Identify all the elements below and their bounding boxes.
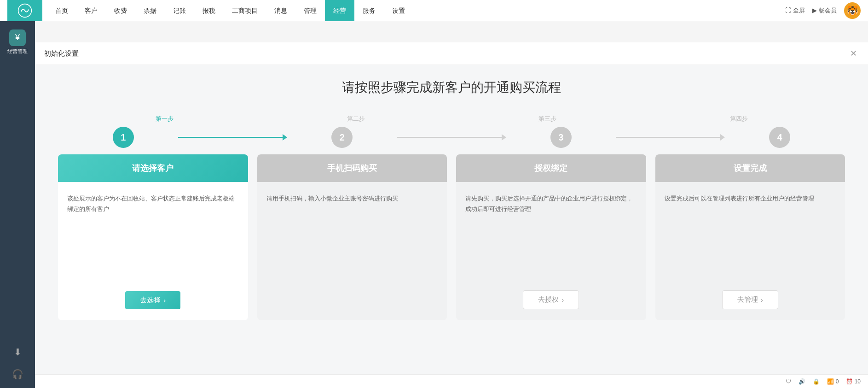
card2-header: 手机扫码购买	[257, 154, 447, 182]
sidebar-item-label: 经营管理	[7, 48, 28, 55]
chevron-right-icon-3: ›	[761, 296, 763, 304]
fullscreen-icon: ⛶	[785, 7, 791, 14]
nav-account[interactable]: 记账	[165, 0, 194, 21]
time-icon: ⏰ 10	[846, 378, 861, 385]
card-2: 手机扫码购买 请用手机扫码，输入小微企业主账号密码进行购买	[257, 154, 447, 320]
nav-message[interactable]: 消息	[266, 0, 295, 21]
nav-settings[interactable]: 设置	[384, 0, 413, 21]
card4-header: 设置完成	[655, 154, 845, 182]
card-4: 设置完成 设置完成后可以在管理列表进行所有企业用户的经营管理 去管理 ›	[655, 154, 845, 320]
shield-icon: 🛡	[786, 378, 791, 385]
volume-icon: 🔊	[799, 378, 805, 385]
top-nav: 首页 客户 收费 票据 记账 报税 工商项目 消息 管理 经营 服务 设置 ⛶ …	[0, 0, 868, 21]
step4-circle: 4	[769, 127, 790, 148]
sidebar-item-operation[interactable]: ¥ 经营管理	[0, 26, 35, 58]
card-1: 请选择客户 该处展示的客户为不在回收站、客户状态正常建账后完成老板端绑定的所有客…	[58, 154, 248, 320]
step-labels-row: 第一步 第二步 第三步 第四步	[58, 115, 845, 123]
status-bar: 完成 🛡 🔊 🔒 📶 0 ⏰ 10	[0, 374, 868, 388]
goto-select-button[interactable]: 去选择 ›	[125, 291, 180, 309]
goto-manage-button[interactable]: 去管理 ›	[722, 290, 778, 309]
step2-node: 2	[287, 127, 397, 148]
step4-label-area: 第四步	[643, 115, 834, 123]
step1-circle: 1	[113, 127, 134, 148]
step1-label-area: 第一步	[69, 115, 260, 123]
status-bar-right: 🛡 🔊 🔒 📶 0 ⏰ 10	[786, 378, 861, 385]
sidebar: ¥ 经营管理 ⬇ 🎧	[0, 21, 35, 388]
card1-body: 该处展示的客户为不在回收站、客户状态正常建账后完成老板端绑定的所有客户	[58, 182, 248, 284]
step4-label: 第四步	[730, 115, 748, 123]
card3-body: 请先购买，购买后选择开通的产品中的企业用户进行授权绑定，成功后即可进行经营管理	[456, 182, 646, 283]
step1-label: 第一步	[156, 115, 174, 123]
download-icon[interactable]: ⬇	[8, 343, 27, 361]
nav-items: 首页 客户 收费 票据 记账 报税 工商项目 消息 管理 经营 服务 设置	[47, 0, 785, 21]
card2-body: 请用手机扫码，输入小微企业主账号密码进行购买	[257, 182, 447, 302]
nav-home[interactable]: 首页	[47, 0, 76, 21]
card4-footer: 去管理 ›	[655, 283, 845, 320]
main-area: 初始化设置 ✕ 请按照步骤完成新客户的开通购买流程 第一步 第二步 第三步 第四…	[35, 42, 868, 388]
content-area: 请按照步骤完成新客户的开通购买流程 第一步 第二步 第三步 第四步	[35, 65, 868, 334]
card1-footer: 去选择 ›	[58, 284, 248, 320]
step3-label-area: 第三步	[451, 115, 643, 123]
nav-tax[interactable]: 报税	[194, 0, 224, 21]
nav-ticket[interactable]: 票据	[135, 0, 165, 21]
step3-label: 第三步	[538, 115, 556, 123]
step1-node: 1	[69, 127, 178, 148]
headset-icon[interactable]: 🎧	[8, 365, 27, 383]
line1	[178, 134, 288, 141]
fullscreen-btn[interactable]: ⛶ 全屏	[785, 6, 805, 15]
lock-icon: 🔒	[813, 378, 820, 385]
card4-body: 设置完成后可以在管理列表进行所有企业用户的经营管理	[655, 182, 845, 283]
avatar[interactable]: 🐯	[844, 2, 861, 19]
nav-operation[interactable]: 经营	[325, 0, 354, 21]
nav-right: ⛶ 全屏 ▶ 畅会员 🐯	[785, 2, 861, 19]
page-header: 初始化设置 ✕	[35, 42, 868, 65]
line2	[397, 134, 506, 141]
step2-label: 第二步	[347, 115, 365, 123]
card2-footer	[257, 302, 447, 320]
nav-business[interactable]: 工商项目	[224, 0, 266, 21]
nav-customer[interactable]: 客户	[76, 0, 106, 21]
nav-service[interactable]: 服务	[354, 0, 384, 21]
member-icon: ▶	[812, 7, 817, 14]
step2-circle: 2	[331, 127, 353, 148]
cards-row: 请选择客户 该处展示的客户为不在回收站、客户状态正常建账后完成老板端绑定的所有客…	[58, 154, 845, 320]
step2-label-area: 第二步	[260, 115, 451, 123]
operation-icon: ¥	[9, 29, 26, 46]
card3-header: 授权绑定	[456, 154, 646, 182]
chevron-right-icon: ›	[163, 296, 166, 304]
nav-manage[interactable]: 管理	[295, 0, 325, 21]
main-title: 请按照步骤完成新客户的开通购买流程	[58, 79, 845, 96]
sidebar-bottom: ⬇ 🎧	[8, 343, 27, 383]
logo	[7, 0, 42, 21]
card-3: 授权绑定 请先购买，购买后选择开通的产品中的企业用户进行授权绑定，成功后即可进行…	[456, 154, 646, 320]
card3-footer: 去授权 ›	[456, 283, 646, 320]
step-circles-row: 1 2	[58, 127, 845, 148]
step3-node: 3	[506, 127, 616, 148]
close-button[interactable]: ✕	[848, 48, 859, 59]
page-title: 初始化设置	[44, 49, 79, 58]
network-icon: 📶 0	[827, 378, 839, 385]
steps-and-cards: 第一步 第二步 第三步 第四步 1	[58, 115, 845, 320]
chevron-right-icon-2: ›	[561, 296, 564, 304]
goto-auth-button[interactable]: 去授权 ›	[523, 290, 579, 309]
step3-circle: 3	[550, 127, 572, 148]
member-btn[interactable]: ▶ 畅会员	[812, 6, 837, 15]
card1-header: 请选择客户	[58, 154, 248, 182]
step4-node: 4	[725, 127, 834, 148]
nav-fee[interactable]: 收费	[106, 0, 135, 21]
line3	[616, 134, 725, 141]
